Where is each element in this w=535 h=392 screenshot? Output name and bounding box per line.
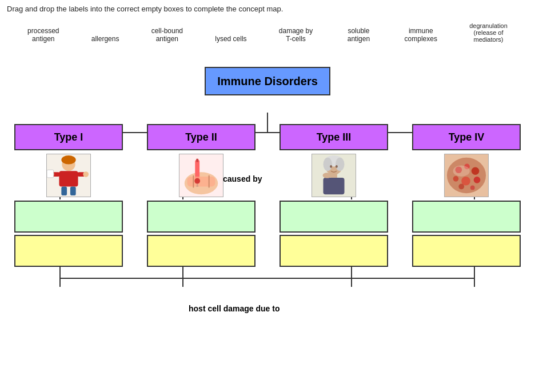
type3-yellow-dropbox[interactable] (280, 235, 388, 267)
type2-col: Type II (144, 124, 258, 267)
type4-yellow-dropbox[interactable] (412, 235, 521, 267)
type3-col: Type III (277, 124, 391, 267)
type4-image (444, 154, 489, 197)
svg-point-53 (472, 167, 480, 175)
svg-point-26 (83, 171, 89, 177)
type1-green-dropbox[interactable] (14, 201, 123, 233)
svg-rect-35 (187, 177, 215, 187)
label-cell-bound-antigen[interactable]: cell-boundantigen (148, 26, 186, 44)
labels-area: processedantigen allergens cell-boundant… (0, 18, 535, 50)
svg-point-42 (323, 158, 332, 171)
label-damage-by-tcells[interactable]: damage byT-cells (276, 26, 316, 44)
caused-by-label: caused by (223, 174, 262, 183)
root-box: Immune Disorders (205, 67, 330, 95)
svg-point-58 (470, 186, 475, 190)
svg-point-38 (194, 178, 200, 184)
instructions: Drag and drop the labels into the correc… (0, 0, 535, 18)
svg-point-57 (458, 184, 464, 190)
type1-yellow-dropbox[interactable] (14, 235, 123, 267)
type-boxes-row: Type I (11, 124, 524, 267)
type4-box: Type IV (412, 124, 521, 150)
svg-point-54 (453, 176, 459, 182)
type1-image (46, 154, 91, 197)
type2-yellow-dropbox[interactable] (147, 235, 255, 267)
type3-image (312, 154, 356, 197)
svg-point-45 (336, 165, 338, 168)
svg-rect-28 (61, 186, 67, 195)
type3-image-area (280, 153, 388, 198)
label-lysed-cells[interactable]: lysed cells (211, 34, 250, 44)
svg-rect-29 (70, 186, 76, 195)
svg-rect-33 (196, 159, 198, 162)
svg-rect-47 (323, 178, 344, 194)
type1-col: Type I (11, 124, 126, 267)
type3-green-dropbox[interactable] (280, 201, 388, 233)
label-immune-complexes[interactable]: immunecomplexes (401, 26, 441, 44)
type4-green-dropbox[interactable] (412, 201, 521, 233)
svg-point-55 (461, 177, 470, 186)
type2-green-dropbox[interactable] (147, 201, 255, 233)
label-processed-antigen[interactable]: processedantigen (24, 26, 62, 44)
type2-image (179, 154, 223, 197)
label-degranulation[interactable]: degranulation(release ofmediators) (466, 21, 511, 44)
concept-map: Immune Disorders Type I (0, 50, 535, 347)
svg-point-21 (61, 155, 75, 165)
svg-rect-22 (59, 171, 78, 186)
svg-point-56 (474, 177, 481, 183)
label-soluble-antigen[interactable]: solubleantigen (341, 26, 376, 44)
svg-point-43 (336, 158, 345, 171)
type2-box: Type II (147, 124, 255, 150)
svg-point-48 (323, 173, 332, 178)
type4-col: Type IV (409, 124, 524, 267)
host-damage-label: host cell damage due to (189, 304, 280, 313)
svg-point-59 (453, 165, 470, 176)
type1-box: Type I (14, 124, 123, 150)
svg-point-44 (330, 165, 332, 168)
type3-box: Type III (280, 124, 388, 150)
type1-image-area (14, 153, 123, 198)
label-allergens[interactable]: allergens (88, 34, 123, 44)
svg-rect-27 (47, 170, 54, 178)
type4-image-area (412, 153, 521, 198)
